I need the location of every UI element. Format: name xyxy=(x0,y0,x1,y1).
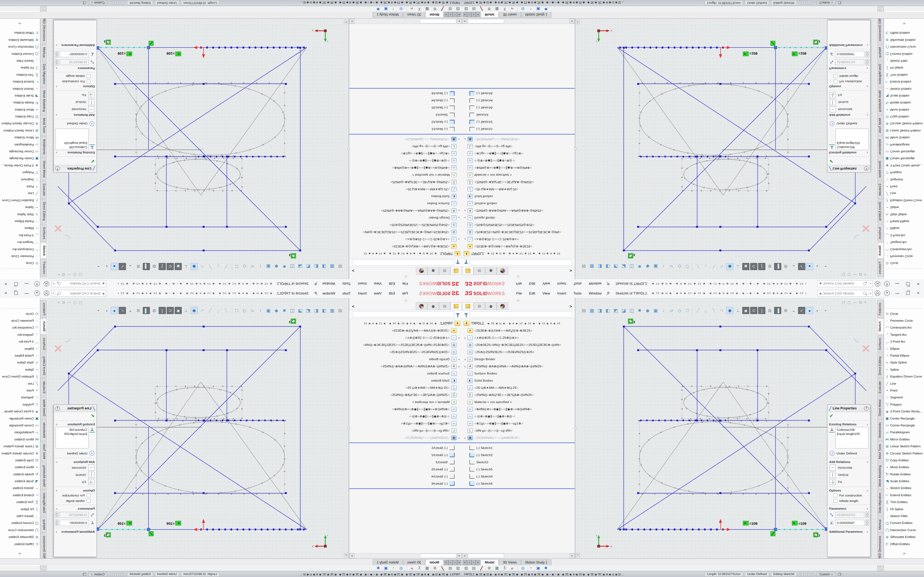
tool-item[interactable]: ▱ Parallelogram xyxy=(0,429,40,436)
tool-item[interactable]: ◫ Convert Entities xyxy=(0,50,40,57)
expand-arrow-icon[interactable]: ▸ xyxy=(457,138,461,141)
doc-window-control-icon[interactable]: — xyxy=(67,272,71,276)
menu-item[interactable]: Window xyxy=(585,281,605,287)
scrollbar-thumb[interactable] xyxy=(468,19,504,23)
tab-nav-icon[interactable]: ‹ xyxy=(453,560,457,565)
checkbox[interactable] xyxy=(87,74,90,78)
toolbar-icon[interactable] xyxy=(231,263,232,270)
collapse-icon[interactable]: ∧ xyxy=(866,423,869,426)
tool-item[interactable]: ◫ Convert Entities xyxy=(884,520,924,527)
tool-item[interactable]: ▪ Point xyxy=(0,387,40,394)
expand-arrow-icon[interactable]: ▸ xyxy=(457,238,461,241)
search-box[interactable]: ◈ Search CAD Models ▾ xyxy=(817,290,872,297)
equal-relation-badge-2[interactable]: = =109 xyxy=(792,52,806,56)
tree-item-sketch[interactable]: Sketch3 xyxy=(349,459,462,466)
tree-item-sketch[interactable]: (-) Sketch4 xyxy=(349,473,462,480)
tool-item[interactable]: ▭ Corner Rectangle xyxy=(0,422,40,429)
more-tools-chevron[interactable]: » xyxy=(0,551,40,555)
tool-item[interactable]: ▽ Polygon xyxy=(884,401,924,408)
angle-spinner[interactable]: ▲▼ xyxy=(866,51,869,57)
scroll-left-icon[interactable]: ◂ xyxy=(462,19,467,24)
command-tab[interactable]: Surfaces xyxy=(877,224,884,242)
tool-item[interactable]: ⋂ Intersection Curve xyxy=(0,44,40,50)
filter-input[interactable] xyxy=(470,311,572,318)
toolbar-icon[interactable]: ◇ xyxy=(676,307,683,314)
markup-tool-icon[interactable]: ▤ xyxy=(471,566,477,570)
panel-flyout-arrow[interactable]: ▸ xyxy=(576,20,580,24)
tree-item-sketch[interactable]: (-) Sketch5 xyxy=(462,104,575,111)
toolbar-icon[interactable]: ▤ xyxy=(580,263,587,270)
toolbar-icon[interactable]: ▣ xyxy=(652,307,659,314)
help-icon[interactable]: ? xyxy=(55,406,60,411)
collapse-icon[interactable]: ∧ xyxy=(55,152,58,155)
toolbar-icon[interactable]: ⊥ xyxy=(183,263,190,270)
tool-item[interactable]: ◥ Scale Entities xyxy=(884,92,924,99)
section-additional-parameters[interactable]: Additional Parameters ∨ xyxy=(827,43,870,48)
tree-item[interactable]: ▭ ○∙◎⊕○⊗◉∥○◦○∥◉⊗○⊕◎∙○ xyxy=(462,157,575,164)
help-button[interactable]: ? xyxy=(883,280,890,287)
tab-nav-icon[interactable]: ‹ xyxy=(453,12,457,17)
toolbar-icon[interactable]: ◍ xyxy=(151,263,158,270)
toolbar-icon[interactable]: ◧ xyxy=(604,307,611,314)
custom-view-selector[interactable]: Custom ▴ xyxy=(88,0,108,5)
doc-window-control-icon[interactable]: × xyxy=(58,301,60,305)
command-tab[interactable]: Weldments xyxy=(877,419,884,441)
section-options[interactable]: Options ∧ xyxy=(827,84,870,89)
custom-view-selector[interactable]: Custom ▴ xyxy=(816,572,836,577)
tree-horizontal-scrollbar[interactable]: ◂ ▸ xyxy=(349,553,462,558)
tree-item[interactable]: L ○ИΝ◦ϱϲ◦∙◎○◦○◎∙◦ϲϱ◦ИΝ○ xyxy=(349,427,462,434)
document-tab[interactable]: Model xyxy=(425,559,443,565)
toolbar-icon[interactable]: ▦ xyxy=(588,307,595,314)
toolbar-icon[interactable]: ┐ xyxy=(702,307,709,314)
toolbar-icon[interactable]: ◒ xyxy=(127,307,134,314)
command-tab[interactable]: Sheet Metal xyxy=(40,397,47,419)
collapse-icon[interactable]: ∧ xyxy=(866,85,869,88)
command-tab[interactable]: Mold Tools xyxy=(877,441,884,462)
tool-item[interactable]: ⊚ Silhouette Entities xyxy=(884,533,924,540)
search-icon[interactable] xyxy=(58,292,61,295)
menu-item[interactable]: Tools xyxy=(570,290,585,297)
angle-field[interactable]: 0.00000000° xyxy=(835,520,864,526)
command-tab[interactable]: Data Migration xyxy=(40,490,47,516)
search-icon[interactable] xyxy=(58,282,61,285)
markup-tool-icon[interactable]: ▣ xyxy=(535,566,541,570)
markup-tool-icon[interactable] xyxy=(517,7,518,11)
toolbar-icon[interactable]: ┐ xyxy=(702,263,709,270)
toolbar-icon[interactable]: ▣ xyxy=(265,307,272,314)
command-tab[interactable]: Mesh Modeling xyxy=(877,463,884,489)
section-add-relations[interactable]: Add Relations ∧ xyxy=(54,113,97,118)
menu-item[interactable]: Edit xyxy=(385,281,399,287)
tool-item[interactable]: ▪ Point xyxy=(0,183,40,190)
option-row[interactable]: Infinite length xyxy=(54,498,97,504)
toolbar-icon[interactable]: ⊂ xyxy=(166,263,174,270)
collapse-icon[interactable]: ∧ xyxy=(55,114,58,117)
toolbar-icon[interactable]: ▐ xyxy=(143,263,150,270)
doc-window-control-icon[interactable]: ▢ xyxy=(73,272,76,276)
toolbar-icon[interactable]: ◍ xyxy=(766,307,773,314)
tree-item[interactable]: ★ ○25ЗЕ⊕◦⊛◎ΛАФ○◦○ФА⋁◎⊛◦⊕ЗЕ25○ xyxy=(349,327,462,334)
restore-button[interactable] xyxy=(13,290,20,297)
angle-field[interactable]: 0.00000000° xyxy=(60,52,89,57)
tree-item[interactable]: L ○ИΝ◦ϱϲ◦∙◎○◦○◎∙◦ϲϱ◦ИΝ○ xyxy=(462,427,575,434)
expand-arrow-icon[interactable]: ▸ xyxy=(457,216,461,219)
tab-nav-icon[interactable]: « xyxy=(457,12,462,17)
tree-item[interactable]: ▸ ▱ Design Binder xyxy=(349,356,462,363)
tree-item[interactable]: ╱ ○25∙Ц⊛∗АМ○◦○МА∗⊛Ц∙25○ xyxy=(349,186,462,193)
length-spinner[interactable]: ▲▼ xyxy=(55,512,58,518)
user-account-button[interactable] xyxy=(874,290,881,297)
toolbar-icon[interactable]: ◓ xyxy=(822,263,829,270)
toolbar-icon[interactable]: ▐ xyxy=(774,263,781,270)
add-relation-button[interactable]: │ Vertical xyxy=(827,471,870,479)
command-tab[interactable]: Mold Tools xyxy=(40,115,47,136)
tag-icon[interactable]: ❒ xyxy=(83,572,86,577)
help-button[interactable]: ? xyxy=(34,280,41,287)
tree-item[interactable]: ▭ ○⊕Ξϱϲ◦∙○⊗◉∥○◦○∥◉⊗○∙◦ϲϱΞ⊕○ xyxy=(462,150,575,157)
tab-nav-icon[interactable]: » xyxy=(476,560,480,565)
command-tab[interactable]: Mold Tools xyxy=(877,115,884,136)
tool-item[interactable]: ▣ Center Rectangle xyxy=(884,415,924,422)
toolbar-icon[interactable]: ✓ xyxy=(798,307,805,314)
length-field[interactable]: 10.88152731 xyxy=(835,512,864,518)
tree-item[interactable]: ▭ ○⊕ИΝ◎⊛+○⊗◉∥○◦○∥◉⊗○+⊛◎ИΝ⊕○ xyxy=(349,406,462,413)
toolbar-icon[interactable]: ◐ xyxy=(814,307,821,314)
relation-item[interactable]: Equal length109 xyxy=(57,141,87,145)
